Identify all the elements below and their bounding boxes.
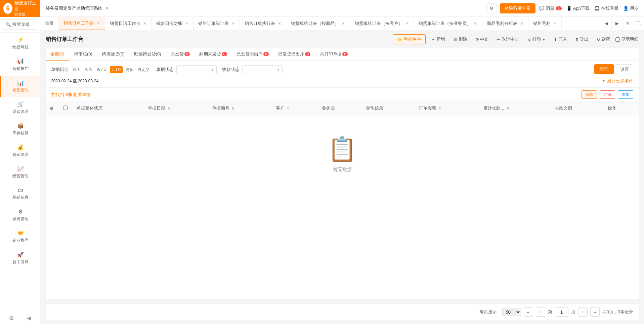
ship-button[interactable]: 发货 xyxy=(618,90,633,99)
message-button[interactable]: 💬 消息 6 xyxy=(539,5,562,11)
tab-close-sales-by-staff[interactable]: ✕ xyxy=(474,21,477,26)
tab-close-sales-by-customer[interactable]: ✕ xyxy=(405,21,409,26)
tab-close-all[interactable]: ✕ xyxy=(622,17,633,30)
import-button[interactable]: ⬇ 导入 xyxy=(551,35,570,44)
date-yesterday[interactable]: 昨天 xyxy=(71,66,82,73)
date-1month[interactable]: 近1月 xyxy=(110,66,123,73)
payment-select[interactable] xyxy=(242,65,283,74)
review-button[interactable]: 审核 xyxy=(582,90,597,99)
date-7days[interactable]: 近7天 xyxy=(95,66,109,73)
sidebar-item-operation[interactable]: 📈 经营管理 xyxy=(0,162,40,183)
first-page-button[interactable]: « xyxy=(524,307,533,317)
sidebar-item-inventory[interactable]: 📦 库存核算 xyxy=(0,119,40,140)
filter-tab-not-printed[interactable]: 未打印单据0 xyxy=(315,48,352,60)
sidebar-item-sys-mgmt[interactable]: ⚙ 系统管理 xyxy=(0,204,40,226)
horizontal-scrollbar[interactable] xyxy=(46,299,639,303)
tab-sales-by-product[interactable]: 销货单统计表（按商品） ✕ xyxy=(286,17,350,30)
show-detail-checkbox[interactable]: 显示明细 xyxy=(615,36,639,42)
tab-sales-by-staff[interactable]: 销货单统计表（按业务员） ✕ xyxy=(414,17,482,30)
app-download-button[interactable]: 📱 App下载 xyxy=(566,5,590,11)
sidebar-item-purchase[interactable]: 🛒 采购管理 xyxy=(0,97,40,119)
tab-close-sales-exec[interactable]: ✕ xyxy=(278,21,281,26)
smart-create-button[interactable]: ⭐ 智能生单 xyxy=(393,34,426,44)
sidebar-item-quick-nav[interactable]: ⚡ 快捷导航 xyxy=(0,33,40,54)
table-scroll[interactable]: ⚙ 单据整体状态 单据日期 ⇅ 单据编号 ⇅ xyxy=(46,102,639,299)
sidebar-item-basic-info[interactable]: 🗂 基础信息 xyxy=(0,183,40,204)
tab-sales-exec[interactable]: 销售订单执行表 ✕ xyxy=(240,17,286,30)
query-button[interactable]: 查询 xyxy=(594,64,614,74)
sidebar-item-sales[interactable]: 📊 销售管理 xyxy=(0,76,40,97)
set-button[interactable]: 设置 xyxy=(616,64,633,75)
date-more[interactable]: 更多 xyxy=(124,66,135,73)
filter-tab-pending-review[interactable]: 待审核(0) xyxy=(69,48,97,60)
filter-tab-wangpu[interactable]: 旺铺待发货(0) xyxy=(129,48,166,60)
th-number[interactable]: 单据编号 ⇅ xyxy=(208,102,272,115)
tab-close-sales-by-product[interactable]: ✕ xyxy=(342,21,345,26)
add-button[interactable]: ＋ 新增 xyxy=(428,35,448,44)
export-button[interactable]: ⬆ 导出 xyxy=(572,35,591,44)
refresh-button[interactable]: ↻ 刷新 xyxy=(594,35,613,44)
last-page-button[interactable]: » xyxy=(590,307,600,317)
search-menu-button[interactable]: 🔍 搜索菜单 xyxy=(3,19,37,30)
th-collected[interactable]: 累计收款... ⇅ xyxy=(479,102,551,115)
sidebar-item-finance[interactable]: 💰 资金管理 xyxy=(0,140,40,162)
online-service-button[interactable]: 🎧 在线客服 xyxy=(594,5,618,11)
tab-sales-more[interactable]: 销售毛利 ✕ xyxy=(528,17,562,30)
th-status[interactable]: 单据整体状态 xyxy=(73,102,144,115)
th-amount[interactable]: 订单金额 ⇅ xyxy=(415,102,479,115)
show-detail-input[interactable] xyxy=(615,37,620,42)
delete-button[interactable]: 🗑 删除 xyxy=(450,35,470,44)
industry-btn[interactable]: 体验行业方案 xyxy=(500,3,535,13)
tab-home[interactable]: 首页 xyxy=(40,17,59,30)
filter-tab-not-shipped[interactable]: 未发货0 xyxy=(166,48,195,60)
th-exception[interactable]: 异常信息 xyxy=(362,102,415,115)
date-custom[interactable]: 自定义 xyxy=(136,66,151,73)
status-select[interactable] xyxy=(176,65,217,74)
tab-close-cash-daily[interactable]: ✕ xyxy=(143,21,146,26)
page-number-input[interactable] xyxy=(555,307,568,317)
cancel-stop-button[interactable]: ↩ 取消中止 xyxy=(494,35,522,44)
tab-close-sales-more[interactable]: ✕ xyxy=(553,21,557,26)
tab-fullscreen[interactable]: ⛶ xyxy=(633,17,644,30)
sidebar-item-marketing[interactable]: 📢 营销推广 xyxy=(0,54,40,76)
page-size-select[interactable]: 50 100 200 xyxy=(502,308,521,316)
filter-tab-pending-check[interactable]: 待拣验货(0) xyxy=(97,48,129,60)
tab-sales-by-customer[interactable]: 销货单统计表（按客户） ✕ xyxy=(350,17,414,30)
sidebar-collapse-button[interactable]: ◀ xyxy=(27,315,31,321)
tab-cash-reconcile[interactable]: 钱货日清对账 ✕ xyxy=(152,17,194,30)
revoke-button[interactable]: 弃审 xyxy=(600,90,615,99)
filter-tab-expired-not-shipped[interactable]: 到期未发货0 xyxy=(195,48,232,60)
th-checkbox[interactable] xyxy=(59,102,73,115)
tab-scroll-left[interactable]: ◀ xyxy=(601,17,612,30)
filter-tab-all[interactable]: 全部(0) xyxy=(46,48,69,60)
select-all-checkbox[interactable] xyxy=(63,106,68,110)
th-customer[interactable]: 客户 ⇅ xyxy=(272,102,318,115)
tab-sales-stat[interactable]: 销售订单统计表 ✕ xyxy=(194,17,240,30)
th-date[interactable]: 单据日期 ⇅ xyxy=(144,102,208,115)
tab-sales-order-workbench[interactable]: 销售订单工作台 ✕ xyxy=(59,17,105,30)
filter-tab-shipped-out[interactable]: 已发货已出库0 xyxy=(273,48,315,60)
th-settings[interactable]: ⚙ xyxy=(46,102,59,115)
sidebar-item-enterprise[interactable]: 🤝 企业协同 xyxy=(0,226,40,247)
tab-close-cash-reconcile[interactable]: ✕ xyxy=(185,21,188,26)
th-staff[interactable]: 业务员 xyxy=(318,102,362,115)
user-menu-button[interactable]: 👤 用友 xyxy=(623,5,639,11)
th-ratio[interactable]: 收款比例 xyxy=(551,102,604,115)
tab-close-sales-order[interactable]: ✕ xyxy=(97,21,100,26)
stop-button[interactable]: ⊘ 中止 xyxy=(473,35,491,44)
topbar-settings-button[interactable]: ⚙ xyxy=(486,3,497,13)
expand-conditions-button[interactable]: ▼ 展开更多条件 xyxy=(601,78,633,84)
next-page-button[interactable]: › xyxy=(578,307,588,317)
date-today[interactable]: 今天 xyxy=(83,66,94,73)
tab-product-margin[interactable]: 商品毛利分析表 ✕ xyxy=(482,17,528,30)
prev-page-button[interactable]: ‹ xyxy=(536,307,545,317)
tab-close-sales-stat[interactable]: ✕ xyxy=(231,21,235,26)
tab-cash-daily[interactable]: 钱货日清工作台 ✕ xyxy=(105,17,152,30)
tab-close-product-margin[interactable]: ✕ xyxy=(520,21,523,26)
filter-tab-shipped-not-out[interactable]: 已发货未出库0 xyxy=(232,48,273,60)
sidebar-search[interactable]: 🔍 搜索菜单 xyxy=(0,17,40,33)
print-button[interactable]: 🖨 打印 ▼ xyxy=(524,35,548,44)
sidebar-settings-button[interactable]: ⚙ xyxy=(9,315,14,321)
tab-scroll-right[interactable]: ▶ xyxy=(612,17,622,30)
sidebar-item-guide[interactable]: 🚀 新手引导 xyxy=(0,247,40,269)
